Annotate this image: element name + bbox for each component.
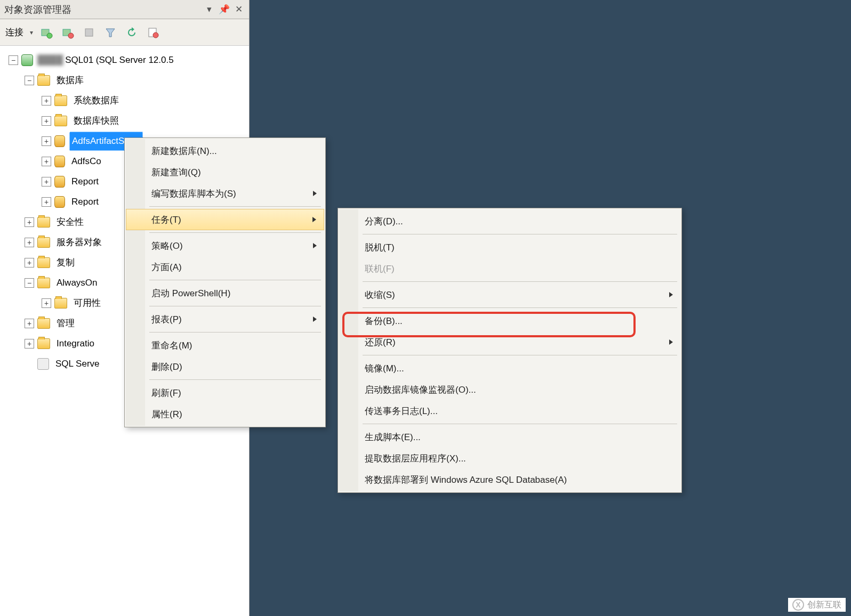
task-detach[interactable]: 分离(D)... [339, 210, 680, 232]
folder-icon [37, 318, 50, 329]
system-databases-node[interactable]: + 系统数据库 [2, 91, 247, 111]
filter-icon[interactable] [102, 25, 118, 40]
folder-icon [37, 217, 50, 228]
panel-titlebar: 对象资源管理器 ▾ 📌 ✕ [0, 0, 249, 19]
menu-properties[interactable]: 属性(R) [126, 403, 324, 425]
folder-icon [54, 116, 67, 126]
server-label: SQL01 (SQL Server 12.0.5 [63, 51, 175, 69]
connect-label[interactable]: 连接 [5, 26, 23, 38]
chevron-right-icon [313, 191, 317, 196]
chevron-right-icon [313, 317, 317, 322]
menu-rename[interactable]: 重命名(M) [126, 335, 324, 356]
expand-icon[interactable]: + [25, 217, 34, 227]
explorer-toolbar: 连接 ▾ [0, 19, 249, 46]
task-online: 联机(F) [339, 258, 680, 279]
separator [149, 232, 321, 233]
svg-point-7 [153, 33, 158, 38]
collapse-icon[interactable]: − [9, 55, 18, 65]
task-ship-log[interactable]: 传送事务日志(L)... [339, 400, 680, 422]
menu-tasks[interactable]: 任务(T) [126, 209, 324, 230]
separator [363, 307, 677, 308]
svg-rect-4 [85, 29, 93, 36]
menu-facets[interactable]: 方面(A) [126, 256, 324, 278]
folder-icon [37, 75, 50, 86]
separator [149, 306, 321, 306]
watermark-logo-icon: X [792, 599, 804, 611]
chevron-right-icon [312, 217, 316, 222]
expand-icon[interactable]: + [42, 298, 51, 308]
expand-icon[interactable]: + [42, 116, 51, 126]
task-mirror-monitor[interactable]: 启动数据库镜像监视器(O)... [339, 379, 680, 400]
menu-reports[interactable]: 报表(P) [126, 309, 324, 330]
chevron-right-icon [313, 243, 317, 248]
svg-marker-5 [106, 29, 115, 37]
watermark: X 创新互联 [788, 598, 846, 612]
menu-script-database[interactable]: 编写数据库脚本为(S) [126, 183, 324, 204]
expand-icon[interactable]: + [42, 197, 51, 207]
folder-icon [54, 298, 67, 309]
database-context-menu: 新建数据库(N)... 新建查询(Q) 编写数据库脚本为(S) 任务(T) 策略… [124, 137, 326, 427]
folder-icon [37, 278, 50, 288]
stop-icon[interactable] [81, 25, 97, 40]
database-icon [54, 176, 65, 188]
task-backup[interactable]: 备份(B)... [339, 310, 680, 331]
separator [363, 424, 677, 424]
collapse-icon[interactable]: − [25, 278, 34, 288]
connect-server-icon[interactable] [38, 25, 54, 40]
agent-icon [37, 358, 49, 370]
separator [149, 280, 321, 280]
server-node[interactable]: − ████ SQL01 (SQL Server 12.0.5 [2, 50, 247, 70]
expand-icon[interactable]: + [42, 177, 51, 187]
chevron-right-icon [669, 292, 673, 297]
task-generate-scripts[interactable]: 生成脚本(E)... [339, 426, 680, 448]
expand-icon[interactable]: + [25, 319, 34, 328]
collapse-icon[interactable]: − [25, 76, 34, 85]
expand-icon[interactable]: + [42, 157, 51, 166]
script-icon[interactable] [145, 25, 161, 40]
dropdown-icon[interactable]: ▾ [203, 4, 215, 15]
menu-refresh[interactable]: 刷新(F) [126, 382, 324, 403]
chevron-down-icon[interactable]: ▾ [30, 29, 33, 36]
server-icon [21, 54, 33, 66]
task-restore[interactable]: 还原(R) [339, 331, 680, 353]
expand-icon[interactable]: + [25, 339, 34, 348]
separator [149, 379, 321, 380]
snapshots-node[interactable]: + 数据库快照 [2, 111, 247, 131]
database-icon [54, 156, 65, 167]
disconnect-server-icon[interactable] [60, 25, 76, 40]
task-shrink[interactable]: 收缩(S) [339, 284, 680, 305]
separator [363, 234, 677, 234]
refresh-icon[interactable] [124, 25, 140, 40]
expand-icon[interactable]: + [25, 238, 34, 247]
task-deploy-azure[interactable]: 将数据库部署到 Windows Azure SQL Database(A) [339, 469, 680, 490]
pin-icon[interactable]: 📌 [218, 4, 230, 15]
task-mirror[interactable]: 镜像(M)... [339, 358, 680, 379]
svg-point-3 [68, 33, 74, 38]
expand-icon[interactable]: + [42, 136, 51, 146]
chevron-right-icon [669, 339, 673, 345]
databases-node[interactable]: − 数据库 [2, 70, 247, 91]
folder-icon [37, 338, 50, 349]
menu-new-database[interactable]: 新建数据库(N)... [126, 140, 324, 161]
tasks-submenu: 分离(D)... 脱机(T) 联机(F) 收缩(S) 备份(B)... 还原(R… [338, 208, 682, 493]
menu-delete[interactable]: 删除(D) [126, 356, 324, 377]
panel-title: 对象资源管理器 [4, 3, 200, 16]
separator [363, 355, 677, 355]
task-offline[interactable]: 脱机(T) [339, 237, 680, 258]
separator [149, 332, 321, 333]
watermark-text: 创新互联 [807, 599, 841, 611]
task-extract-dacpac[interactable]: 提取数据层应用程序(X)... [339, 448, 680, 469]
menu-policies[interactable]: 策略(O) [126, 235, 324, 256]
folder-icon [54, 95, 67, 106]
expand-icon[interactable]: + [25, 258, 34, 268]
separator [363, 281, 677, 282]
database-icon [54, 196, 65, 208]
menu-powershell[interactable]: 启动 PowerShell(H) [126, 282, 324, 304]
folder-icon [37, 257, 50, 268]
expand-icon[interactable]: + [42, 96, 51, 106]
close-icon[interactable]: ✕ [233, 4, 245, 15]
database-icon [54, 135, 65, 147]
separator [149, 206, 321, 207]
menu-new-query[interactable]: 新建查询(Q) [126, 161, 324, 183]
folder-icon [37, 237, 50, 248]
